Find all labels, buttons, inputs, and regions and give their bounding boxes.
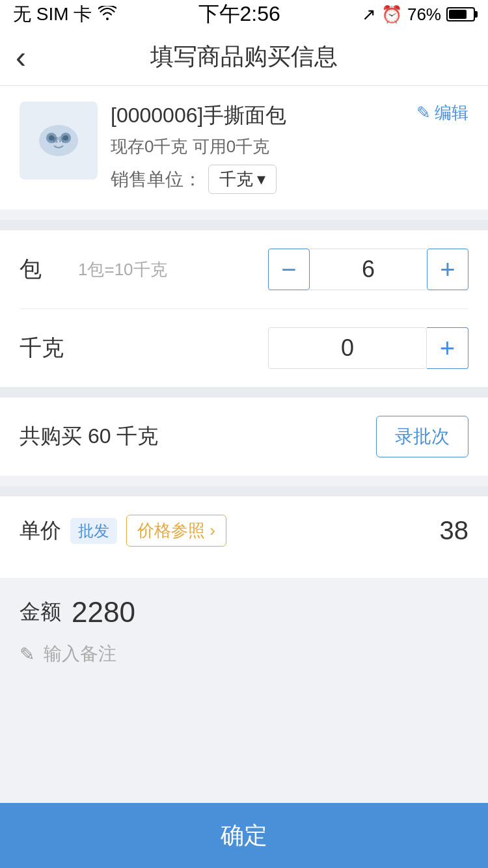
price-reference-button[interactable]: 价格参照 › [126,515,226,547]
kg-label: 千克 [20,333,72,363]
price-row: 单价 批发 价格参照 › 38 [20,515,468,547]
price-value: 38 [440,516,469,545]
edit-button[interactable]: ✎ 编辑 [416,102,468,124]
carrier-text: 无 SIM 卡 [13,2,92,27]
batch-button[interactable]: 录批次 [376,416,468,457]
status-bar: 无 SIM 卡 下午2:56 ↗ ⏰ 76% [0,0,488,29]
status-left: 无 SIM 卡 [13,2,116,27]
price-label-group: 单价 批发 价格参照 › [20,515,226,547]
status-right: ↗ ⏰ 76% [362,5,475,25]
input-section: 包 1包=10千克 − + 千克 + [0,230,488,387]
bag-input-row: 包 1包=10千克 − + [20,230,468,309]
price-section: 单价 批发 价格参照 › 38 [0,496,488,578]
product-name: [0000006]手撕面包 [111,102,286,130]
product-unit-row: 销售单位： 千克 ▾ [111,165,286,194]
location-icon: ↗ [362,5,376,25]
confirm-btn-wrapper: 确定 [0,803,488,868]
back-button[interactable]: ‹ [16,39,26,75]
pencil-icon: ✎ [20,644,34,665]
bag-quantity-input[interactable] [310,249,427,290]
alarm-icon: ⏰ [381,5,402,25]
remark-row[interactable]: ✎ 输入备注 [20,642,468,666]
kg-quantity-input[interactable] [268,327,427,369]
amount-label: 金额 [20,598,61,627]
svg-text:智计: 智计 [52,136,65,143]
section-divider-2 [0,387,488,398]
section-divider-3 [0,486,488,496]
bag-hint: 1包=10千克 [78,258,268,281]
chevron-down-icon: ▾ [257,169,265,189]
unit-label: 销售单位： [111,167,202,192]
amount-section: 金额 2280 ✎ 输入备注 [0,578,488,677]
remark-placeholder[interactable]: 输入备注 [44,642,116,666]
product-stock: 现存0千克 可用0千克 [111,135,286,158]
product-info: [0000006]手撕面包 现存0千克 可用0千克 销售单位： 千克 ▾ ✎ 编… [111,102,468,194]
bag-decrement-button[interactable]: − [268,249,310,290]
nav-bar: ‹ 填写商品购买信息 [0,29,488,86]
bag-label: 包 [20,254,72,284]
amount-row: 金额 2280 [20,596,468,629]
battery-icon [446,7,475,21]
product-card: 智计 [0000006]手撕面包 现存0千克 可用0千克 销售单位： 千克 ▾ [0,86,488,210]
confirm-button[interactable]: 确定 [0,803,488,868]
price-tag-badge: 批发 [70,518,117,544]
page-title: 填写商品购买信息 [150,41,338,73]
battery-percent: 76% [407,5,441,25]
bag-qty-control: − + [268,249,468,290]
wifi-icon [98,4,116,25]
summary-section: 共购买 60 千克 录批次 [0,398,488,476]
product-image: 智计 [20,102,98,180]
amount-value: 2280 [72,596,135,629]
summary-text: 共购买 60 千克 [20,422,158,451]
price-label: 单价 [20,517,61,545]
kg-qty-control: + [268,327,468,369]
bag-increment-button[interactable]: + [427,249,468,290]
section-divider-1 [0,220,488,230]
kg-increment-button[interactable]: + [427,327,468,369]
status-time: 下午2:56 [198,0,280,29]
edit-icon: ✎ [416,103,431,123]
unit-select[interactable]: 千克 ▾ [208,165,277,194]
kg-input-row: 千克 + [20,309,468,387]
